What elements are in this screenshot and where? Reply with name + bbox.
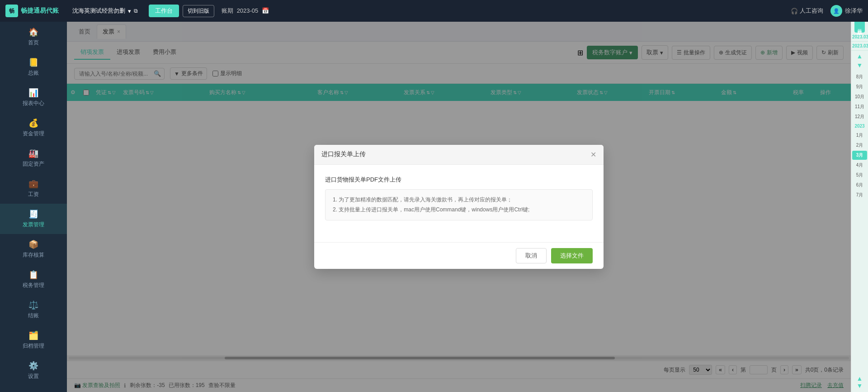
modal-title: 进口报关单上传 — [321, 150, 366, 158]
period-9[interactable]: 9月 — [852, 82, 867, 91]
period-year-2023[interactable]: 2023 — [852, 122, 867, 130]
sidebar-label-reports: 报表中心 — [23, 100, 44, 107]
period-1[interactable]: 1月 — [852, 131, 867, 140]
modal-overlay[interactable]: 进口报关单上传 ✕ 进口货物报关单PDF文件上传 1. 为了更加精准的数据匹配，… — [67, 22, 851, 392]
right-panel: 开票日期 2023.03 2023.03 ▲ ▼ 8月 9月 10月 11月 1… — [851, 22, 868, 392]
period-10[interactable]: 10月 — [852, 92, 867, 101]
modal-section-title: 进口货物报关单PDF文件上传 — [325, 176, 593, 184]
tax-icon: 📋 — [28, 270, 38, 280]
modal-info-box: 1. 为了更加精准的数据匹配，请先录入海关缴款书，再上传对应的报关单； 2. 支… — [325, 189, 593, 220]
modal-header: 进口报关单上传 ✕ — [314, 145, 604, 165]
modal-select-file-button[interactable]: 选择文件 — [551, 248, 593, 263]
sidebar-label-tax: 税务管理 — [23, 282, 44, 289]
period-arrows: ▲ ▼ — [855, 51, 865, 71]
sidebar-item-ledger[interactable]: 📒 总账 — [0, 52, 67, 82]
sidebar-item-inventory[interactable]: 📦 库存核算 — [0, 234, 67, 264]
sidebar-item-settlement[interactable]: ⚖️ 结账 — [0, 295, 67, 325]
period-selector-btn[interactable]: 开票日期 — [854, 22, 865, 33]
sidebar-label-inventory: 库存核算 — [23, 251, 44, 259]
period-info: 账期 2023-05 📅 — [222, 7, 269, 15]
home-icon: 🏠 — [28, 27, 38, 37]
period-up-btn[interactable]: ▲ — [857, 53, 863, 60]
modal-info-item-1: 1. 为了更加精准的数据匹配，请先录入海关缴款书，再上传对应的报关单； — [333, 195, 585, 205]
sidebar-item-tax[interactable]: 📋 税务管理 — [0, 264, 67, 295]
period-6[interactable]: 6月 — [852, 181, 867, 190]
reports-icon: 📊 — [28, 88, 38, 98]
logo-area: 畅 畅捷通易代账 — [5, 5, 69, 17]
assets-icon: 🏭 — [28, 148, 38, 158]
sidebar-item-funds[interactable]: 💰 资金管理 — [0, 113, 67, 143]
top-bar: 畅 畅捷通易代账 沈海英测试经营勿删 ▾ ⧉ 工作台 切到旧版 账期 2023-… — [0, 0, 868, 22]
top-bar-right: 🎧 人工咨询 👤 徐泽华 — [791, 5, 863, 17]
period-8[interactable]: 8月 — [852, 72, 867, 81]
sidebar: 🏠 首页 📒 总账 📊 报表中心 💰 资金管理 🏭 固定资产 💼 工资 🧾 发票… — [0, 22, 67, 392]
period-4[interactable]: 4月 — [852, 161, 867, 170]
user-name: 徐泽华 — [845, 7, 863, 15]
user-info[interactable]: 👤 徐泽华 — [830, 5, 863, 17]
sidebar-label-settings: 设置 — [28, 373, 39, 380]
salary-icon: 💼 — [28, 179, 38, 189]
sidebar-label-invoice: 发票管理 — [23, 221, 44, 229]
company-selector[interactable]: 沈海英测试经营勿删 ▾ ⧉ — [69, 5, 142, 17]
avatar: 👤 — [830, 5, 842, 17]
modal-body: 进口货物报关单PDF文件上传 1. 为了更加精准的数据匹配，请先录入海关缴款书，… — [314, 165, 604, 242]
period-collapse-up[interactable]: ▲ — [857, 375, 863, 382]
invoice-icon: 🧾 — [28, 209, 38, 219]
top-bar-center: 工作台 切到旧版 账期 2023-05 📅 — [149, 5, 269, 17]
old-version-button[interactable]: 切到旧版 — [183, 5, 214, 17]
period-3[interactable]: 3月 — [852, 151, 867, 160]
sidebar-item-invoice[interactable]: 🧾 发票管理 — [0, 204, 67, 234]
period-down-btn[interactable]: ▼ — [857, 62, 863, 69]
company-name: 沈海英测试经营勿删 — [72, 7, 125, 15]
sidebar-item-settings[interactable]: ⚙️ 设置 — [0, 355, 67, 386]
period-2[interactable]: 2月 — [852, 141, 867, 150]
headset-icon: 🎧 — [791, 8, 798, 14]
modal-cancel-button[interactable]: 取消 — [516, 248, 547, 263]
sidebar-label-ledger: 总账 — [28, 69, 39, 77]
workspace-button[interactable]: 工作台 — [149, 5, 179, 17]
period-collapse-down[interactable]: ▼ — [857, 382, 863, 389]
logo-text: 畅捷通易代账 — [21, 7, 59, 15]
dropdown-icon: ▾ — [128, 8, 131, 14]
modal-info-item-2: 2. 支持批量上传进口报关单，mac用户使用Command键，windows用户… — [333, 205, 585, 215]
inventory-icon: 📦 — [28, 239, 38, 249]
modal-footer: 取消 选择文件 — [314, 242, 604, 269]
sidebar-label-salary: 工资 — [28, 191, 39, 198]
logo-icon: 畅 — [5, 5, 18, 17]
sidebar-label-funds: 资金管理 — [23, 130, 44, 138]
period-11[interactable]: 11月 — [852, 102, 867, 111]
support-button[interactable]: 🎧 人工咨询 — [791, 7, 823, 15]
funds-icon: 💰 — [28, 118, 38, 128]
import-customs-modal: 进口报关单上传 ✕ 进口货物报关单PDF文件上传 1. 为了更加精准的数据匹配，… — [314, 145, 604, 269]
sidebar-item-reports[interactable]: 📊 报表中心 — [0, 82, 67, 113]
period-header-2: 2023.03 — [851, 42, 868, 51]
period-12[interactable]: 12月 — [852, 112, 867, 121]
sidebar-label-assets: 固定资产 — [23, 160, 44, 168]
sidebar-item-salary[interactable]: 💼 工资 — [0, 173, 67, 204]
sidebar-item-home[interactable]: 🏠 首页 — [0, 22, 67, 52]
modal-close-button[interactable]: ✕ — [590, 150, 596, 159]
ledger-icon: 📒 — [28, 57, 38, 67]
period-7[interactable]: 7月 — [852, 191, 867, 200]
period-5[interactable]: 5月 — [852, 171, 867, 180]
sidebar-label-home: 首页 — [28, 39, 39, 47]
period-header-1: 2023.03 — [851, 33, 868, 42]
sidebar-label-archive: 归档管理 — [23, 342, 44, 350]
settlement-icon: ⚖️ — [28, 300, 38, 310]
copy-icon: ⧉ — [134, 8, 138, 14]
sidebar-item-assets[interactable]: 🏭 固定资产 — [0, 143, 67, 173]
sidebar-item-archive[interactable]: 🗂️ 归档管理 — [0, 325, 67, 355]
sidebar-label-settlement: 结账 — [28, 312, 39, 320]
period-list: 8月 9月 10月 11月 12月 2023 1月 2月 3月 4月 5月 6月… — [851, 71, 868, 201]
settings-icon: ⚙️ — [28, 361, 38, 371]
archive-icon: 🗂️ — [28, 330, 38, 340]
sidebar-item-guide[interactable]: 🎓 新手引导 — [0, 386, 67, 392]
